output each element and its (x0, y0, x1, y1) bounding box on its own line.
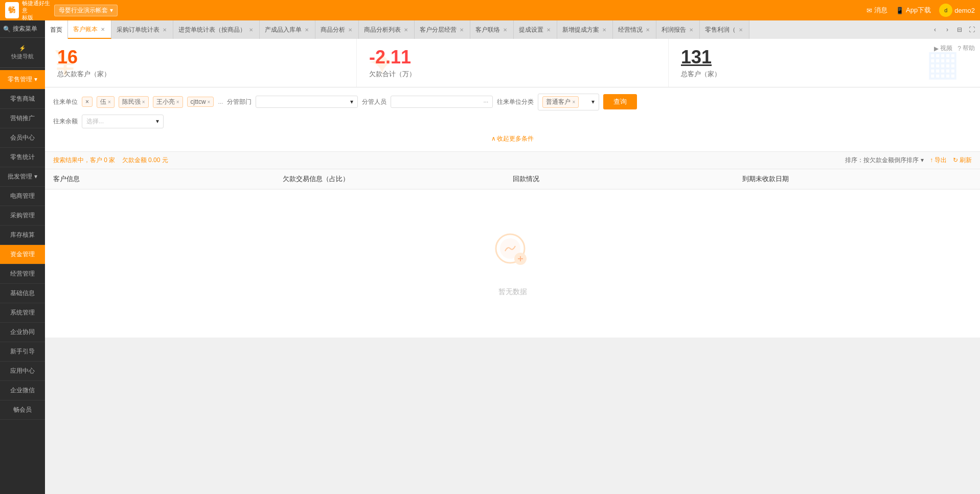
results-sort[interactable]: 排序：按欠款金额倒序排序 ▾ (845, 156, 924, 165)
tab-purchase-stats[interactable]: 进货单统计表（按商品） ✕ (173, 20, 260, 39)
balance-label: 往来余额 (53, 117, 78, 126)
stat-bg-icon-clients: ▦ (926, 42, 960, 84)
chevron-down-icon: ▾ (110, 7, 113, 14)
messages-button[interactable]: ✉ 消息 (867, 6, 887, 15)
sidebar-item-purchase[interactable]: 采购管理 (0, 206, 45, 226)
main-content: ▶ 视频 ? 帮助 ¥ 16 总欠款客户（家） (45, 39, 980, 494)
user-profile[interactable]: d demo2 (939, 4, 975, 17)
tab-close-accounts[interactable]: ✕ (100, 27, 106, 32)
refresh-button[interactable]: ↻ 刷新 (953, 156, 972, 165)
tab-production[interactable]: 产成品入库单 ✕ (260, 20, 315, 39)
filter-tag-close-wu[interactable]: × (108, 99, 111, 105)
app-container: 畅 畅捷通好生意 标版 母婴行业演示帐套 ▾ ✉ 消息 📱 App下载 d de… (0, 0, 980, 494)
stat-bg-icon-customers: ¥ (55, 42, 75, 83)
collapse-button[interactable]: ∧ 收起更多条件 (491, 134, 534, 143)
app-download-button[interactable]: 📱 App下载 (896, 6, 931, 15)
sidebar-item-finance[interactable]: 资金管理 (0, 245, 45, 264)
empty-text: 暂无数据 (498, 287, 527, 297)
industry-selector[interactable]: 母婴行业演示帐套 ▾ (54, 5, 118, 16)
sidebar-item-retail[interactable]: 零售管理 ▾ (0, 70, 45, 89)
sidebar-item-quick-nav[interactable]: ⚡ 快捷导航 (0, 41, 45, 64)
unit-type-select[interactable]: 普通客户 × ▾ (538, 94, 599, 110)
query-button[interactable]: 查询 (603, 94, 637, 109)
refresh-icon: ↻ (953, 156, 958, 164)
logo-text: 畅捷通好生意 标版 (22, 0, 50, 21)
filter-tag-close-wang[interactable]: × (176, 99, 179, 105)
tab-accounts[interactable]: 客户账本 ✕ (68, 20, 111, 39)
tabs-next-button[interactable]: › (942, 25, 952, 35)
results-actions: 排序：按欠款金额倒序排序 ▾ ↑ 导出 ↻ 刷新 (845, 156, 972, 165)
tab-promotion-settings[interactable]: 提成设置 ✕ (514, 20, 557, 39)
unit-type-clear[interactable]: × (572, 99, 575, 105)
tab-customer-contact[interactable]: 客户联络 ✕ (470, 20, 514, 39)
sidebar-item-enterprise[interactable]: 企业协同 (0, 323, 45, 342)
results-info: 搜索结果中，客户 0 家 欠款金额 0.00 元 (53, 156, 168, 165)
person-select[interactable]: ··· (391, 96, 493, 108)
logo-area: 畅 畅捷通好生意 标版 (5, 0, 50, 21)
dept-select[interactable]: ▾ (256, 96, 358, 108)
sidebar-item-inventory[interactable]: 库存核算 (0, 226, 45, 245)
sidebar-item-system[interactable]: 系统管理 (0, 303, 45, 323)
tab-customer-ops[interactable]: 客户分层经营 ✕ (415, 20, 470, 39)
tab-profit-report[interactable]: 利润报告 ✕ (656, 20, 700, 39)
filter-tag-cjttcw: cjttcw × (187, 97, 214, 107)
stat-total-debt: ✦ -2.11 欠款合计（万） (357, 39, 669, 87)
export-button[interactable]: ↑ 导出 (930, 156, 947, 165)
tab-home[interactable]: 首页 (45, 20, 68, 39)
sidebar-item-members[interactable]: 会员中心 (0, 128, 45, 148)
logo-icon: 畅 (5, 2, 19, 18)
filter-tag-close-cjttcw[interactable]: × (208, 99, 211, 105)
tab-close-production[interactable]: ✕ (304, 27, 310, 33)
stat-total-clients: ▦ 131 总客户（家） (669, 39, 980, 87)
tab-business-status[interactable]: 经营情况 ✕ (613, 20, 656, 39)
tab-close-retail-profit[interactable]: ✕ (738, 27, 744, 33)
tab-close-goods-analysis[interactable]: ✕ (347, 27, 353, 33)
sidebar-item-operations[interactable]: 经营管理 (0, 264, 45, 284)
sidebar-item-basic-info[interactable]: 基础信息 (0, 284, 45, 303)
stat-label-clients: 总客户（家） (681, 70, 721, 79)
sidebar-item-wholesale[interactable]: 批发管理 ▾ (0, 167, 45, 187)
sidebar-item-marketing[interactable]: 营销推广 (0, 109, 45, 128)
tab-close-promotion-settings[interactable]: ✕ (545, 27, 552, 33)
stats-panel: ▶ 视频 ? 帮助 ¥ 16 总欠款客户（家） (45, 39, 980, 87)
filter-tag-close-chen[interactable]: × (142, 99, 145, 105)
chevron-down-icon-type: ▾ (591, 98, 595, 105)
filter-tag-wu: 伍 × (97, 96, 115, 108)
tab-close-customer-ops[interactable]: ✕ (459, 27, 465, 33)
tab-goods-analysis-list[interactable]: 商品分析列表 ✕ (359, 20, 415, 39)
tab-close-goods-analysis-list[interactable]: ✕ (403, 27, 409, 33)
download-icon: 📱 (896, 7, 904, 14)
tabs-prev-button[interactable]: ‹ (930, 25, 940, 35)
tab-close-business-status[interactable]: ✕ (645, 27, 651, 33)
tab-purchase-orders[interactable]: 采购订单统计表 ✕ (111, 20, 173, 39)
tab-close-customer-contact[interactable]: ✕ (502, 27, 508, 33)
tab-add-plan[interactable]: 新增提成方案 ✕ (557, 20, 613, 39)
message-icon: ✉ (867, 7, 872, 14)
unit-label: 往来单位 (53, 98, 78, 106)
tab-close-purchase-stats[interactable]: ✕ (248, 27, 254, 33)
export-icon: ↑ (930, 156, 933, 164)
sidebar-item-retail-stats[interactable]: 零售统计 (0, 148, 45, 167)
top-bar-right: ✉ 消息 📱 App下载 d demo2 (867, 4, 975, 17)
filter-dots-person[interactable]: ··· (483, 98, 488, 105)
sidebar-item-enterprise-wechat[interactable]: 企业微信 (0, 381, 45, 400)
sidebar-item-new-guide[interactable]: 新手引导 (0, 342, 45, 362)
sidebar-item-app-center[interactable]: 应用中心 (0, 362, 45, 381)
tab-close-purchase-orders[interactable]: ✕ (162, 27, 168, 33)
sidebar-search[interactable]: 🔍 搜索菜单 (0, 20, 45, 38)
sidebar-item-vip[interactable]: 畅会员 (0, 400, 45, 420)
sidebar-item-retail-mall[interactable]: 零售商城 (0, 89, 45, 109)
sidebar-item-ecommerce[interactable]: 电商管理 (0, 187, 45, 206)
balance-select[interactable]: 选择... ▾ (82, 115, 164, 128)
tab-close-profit-report[interactable]: ✕ (688, 27, 694, 33)
nav-icon: ⚡ (19, 45, 26, 52)
tab-retail-profit[interactable]: 零售利润（ ✕ (700, 20, 749, 39)
filter-unit-more[interactable]: ... (218, 98, 223, 105)
filter-tag-label: × (85, 98, 89, 105)
tabs-menu-button[interactable]: ⊟ (954, 25, 965, 35)
dept-label: 分管部门 (227, 98, 252, 106)
tabs-fullscreen-button[interactable]: ⛶ (967, 25, 977, 35)
tab-close-add-plan[interactable]: ✕ (601, 27, 607, 33)
tab-goods-analysis[interactable]: 商品分析 ✕ (315, 20, 359, 39)
sidebar-quick-nav: ⚡ 快捷导航 (0, 38, 45, 68)
